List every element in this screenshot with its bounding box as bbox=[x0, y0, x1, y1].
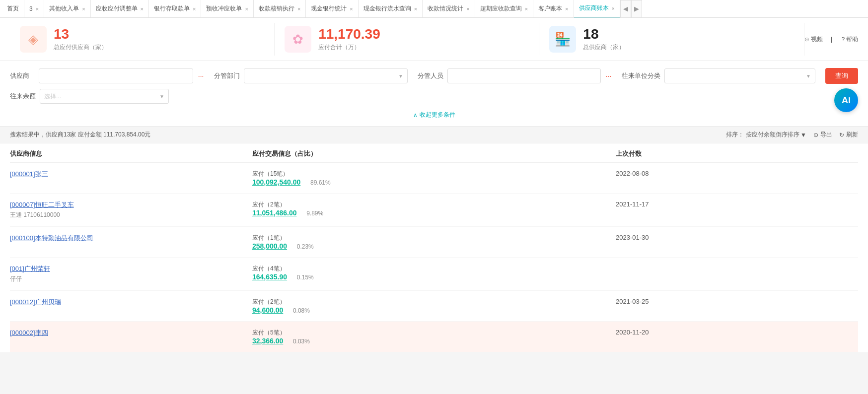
last-pay-date: 2021-03-25 bbox=[616, 298, 649, 305]
supplier-info-cell: [000007]恒旺二手叉车 王通 17106110000 bbox=[10, 200, 252, 219]
table-row: [000007]恒旺二手叉车 王通 17106110000 应付（2笔） 11,… bbox=[10, 194, 858, 227]
ai-badge[interactable]: Ai bbox=[834, 88, 858, 112]
tx-info-cell: 应付（15笔） 100,092,540.00 89.61% bbox=[252, 170, 616, 186]
nav-tab-3[interactable]: 3 × bbox=[24, 0, 44, 18]
close-icon[interactable]: × bbox=[414, 6, 417, 12]
close-icon[interactable]: × bbox=[193, 6, 196, 12]
stat-supplier-label: 总供应商（家） bbox=[583, 43, 625, 52]
col-header-lastpay: 上次付数 bbox=[616, 149, 858, 158]
nav-tab-other-income[interactable]: 其他收入单 × bbox=[44, 0, 90, 18]
nav-tab-collect-stats[interactable]: 收款情况统计 × bbox=[423, 0, 475, 18]
supplier-link[interactable]: [000100]本特勤油品有限公司 bbox=[10, 234, 93, 242]
top-right-links: ⊙ 视频 | ？帮助 bbox=[804, 23, 858, 56]
tx-label: 应付（2笔） bbox=[252, 298, 616, 306]
nav-tab-advance-collect[interactable]: 预收冲应收单 × bbox=[201, 0, 253, 18]
supplier-info-cell: [000001]张三 bbox=[10, 170, 252, 179]
result-bar: 搜索结果中，供应商13家 应付金额 111,703,854.00元 排序： 按应… bbox=[0, 127, 868, 143]
supplier-info-cell: [000100]本特勤油品有限公司 bbox=[10, 234, 252, 243]
manager-field: 分管人员 ··· bbox=[418, 68, 612, 83]
tx-percent: 0.23% bbox=[297, 243, 314, 250]
tx-info-cell: 应付（1笔） 258,000.00 0.23% bbox=[252, 234, 616, 250]
tx-amount[interactable]: 164,635.90 bbox=[252, 273, 287, 281]
close-icon[interactable]: × bbox=[297, 6, 300, 12]
nav-tab-overdue[interactable]: 超期应收款查询 × bbox=[475, 0, 533, 18]
result-text: 搜索结果中，供应商13家 应付金额 111,703,854.00元 bbox=[10, 131, 150, 139]
supplier-ellipsis[interactable]: ··· bbox=[198, 72, 204, 80]
close-icon[interactable]: × bbox=[245, 6, 248, 12]
payable-icon: ✿ bbox=[285, 26, 311, 53]
supplier-field: 供应商 ··· bbox=[10, 68, 204, 83]
help-link[interactable]: ？帮助 bbox=[840, 35, 858, 44]
query-button[interactable]: 查询 bbox=[825, 68, 858, 84]
tx-info-cell: 应付（2笔） 11,051,486.00 9.89% bbox=[252, 200, 616, 217]
search-area: 供应商 ··· 分管部门 ▼ 分管人员 ··· 往来单位分类 ▼ 查询 往来 bbox=[0, 61, 868, 127]
close-icon[interactable]: × bbox=[565, 6, 568, 12]
store-icon: 🏪 bbox=[549, 26, 576, 53]
supplier-link[interactable]: [000001]张三 bbox=[10, 170, 48, 178]
table-row: [000002]李四 应付（5笔） 32,366.00 0.03% 2020-1… bbox=[10, 322, 858, 352]
main-content: 供应商信息 应付交易信息（占比） 上次付数 [000001]张三 应付（15笔）… bbox=[0, 143, 868, 352]
close-icon[interactable]: × bbox=[350, 6, 353, 12]
tx-percent: 0.15% bbox=[297, 274, 314, 281]
sort-select[interactable]: 按应付余额倒序排序 ▼ bbox=[746, 131, 806, 139]
tx-label: 应付（5笔） bbox=[252, 328, 616, 337]
stat-payable-label: 总应付供应商（家） bbox=[54, 43, 107, 52]
nav-tab-bank-deposit[interactable]: 银行存取款单 × bbox=[149, 0, 201, 18]
nav-tab-cash-stats[interactable]: 现金银行统计 × bbox=[306, 0, 358, 18]
stat-payable-total: ✿ 11,170.39 应付合计（万） bbox=[275, 23, 539, 56]
department-select[interactable]: ▼ bbox=[244, 68, 408, 83]
close-icon[interactable]: × bbox=[82, 6, 85, 12]
manager-label: 分管人员 bbox=[418, 71, 443, 80]
table-row: [000012]广州贝瑞 应付（2笔） 94,600.00 0.08% 2021… bbox=[10, 291, 858, 322]
unit-category-field: 往来单位分类 ▼ bbox=[622, 68, 816, 83]
unit-category-label: 往来单位分类 bbox=[622, 71, 660, 80]
nav-arrow-right[interactable]: ▶ bbox=[631, 0, 642, 18]
balance-select[interactable]: 选择... ▼ bbox=[40, 89, 169, 104]
tx-amount[interactable]: 258,000.00 bbox=[252, 242, 287, 250]
supplier-sub: 仔仔 bbox=[10, 275, 252, 283]
close-icon[interactable]: × bbox=[612, 5, 615, 11]
nav-tab-supplier-ledger[interactable]: 供应商账本 × bbox=[574, 0, 620, 18]
unit-category-select[interactable]: ▼ bbox=[664, 68, 816, 83]
close-icon[interactable]: × bbox=[36, 6, 39, 12]
tx-amount[interactable]: 11,051,486.00 bbox=[252, 209, 297, 217]
refresh-button[interactable]: ↻ 刷新 bbox=[839, 131, 858, 139]
tx-percent: 0.08% bbox=[293, 307, 310, 314]
stat-total-label: 应付合计（万） bbox=[318, 43, 380, 52]
tx-percent: 89.61% bbox=[310, 179, 331, 186]
close-icon[interactable]: × bbox=[466, 6, 469, 12]
nav-tab-home[interactable]: 首页 bbox=[2, 0, 24, 18]
supplier-icon: ◈ bbox=[20, 26, 47, 53]
supplier-link[interactable]: [001]广州荣轩 bbox=[10, 265, 50, 272]
result-right: 排序： 按应付余额倒序排序 ▼ ⊙ 导出 ↻ 刷新 bbox=[726, 131, 858, 139]
video-link[interactable]: ⊙ 视频 bbox=[804, 35, 823, 44]
export-button[interactable]: ⊙ 导出 bbox=[813, 131, 832, 139]
last-pay-date: 2022-08-08 bbox=[616, 170, 649, 177]
nav-tab-verify[interactable]: 收款核销执行 × bbox=[254, 0, 306, 18]
supplier-link[interactable]: [000012]广州贝瑞 bbox=[10, 298, 61, 306]
nav-tab-customer-ledger[interactable]: 客户账本 × bbox=[533, 0, 574, 18]
stats-bar: ◈ 13 总应付供应商（家） ✿ 11,170.39 应付合计（万） 🏪 18 … bbox=[0, 18, 868, 61]
tx-info-cell: 应付（4笔） 164,635.90 0.15% bbox=[252, 264, 616, 281]
tx-label: 应付（2笔） bbox=[252, 200, 616, 209]
nav-tab-cash-flow[interactable]: 现金银行流水查询 × bbox=[359, 0, 423, 18]
chevron-down-icon: ▼ bbox=[398, 73, 403, 79]
tx-amount[interactable]: 32,366.00 bbox=[252, 337, 283, 345]
nav-arrow-left[interactable]: ◀ bbox=[620, 0, 631, 18]
manager-ellipsis[interactable]: ··· bbox=[606, 72, 612, 80]
close-icon[interactable]: × bbox=[525, 6, 528, 12]
close-icon[interactable]: × bbox=[141, 6, 144, 12]
manager-input[interactable] bbox=[447, 68, 601, 83]
tx-amount[interactable]: 94,600.00 bbox=[252, 306, 283, 314]
export-icon: ⊙ bbox=[813, 131, 818, 138]
nav-tab-adjustment[interactable]: 应收应付调整单 × bbox=[91, 0, 149, 18]
collapse-button[interactable]: ∧ 收起更多条件 bbox=[10, 109, 858, 121]
table-header: 供应商信息 应付交易信息（占比） 上次付数 bbox=[10, 143, 858, 163]
supplier-link[interactable]: [000002]李四 bbox=[10, 329, 48, 336]
tx-percent: 0.03% bbox=[293, 338, 310, 345]
col-header-tx: 应付交易信息（占比） bbox=[252, 149, 616, 158]
tx-label: 应付（15笔） bbox=[252, 170, 616, 178]
supplier-input[interactable] bbox=[39, 68, 193, 83]
tx-amount[interactable]: 100,092,540.00 bbox=[252, 178, 300, 186]
supplier-link[interactable]: [000007]恒旺二手叉车 bbox=[10, 201, 74, 208]
